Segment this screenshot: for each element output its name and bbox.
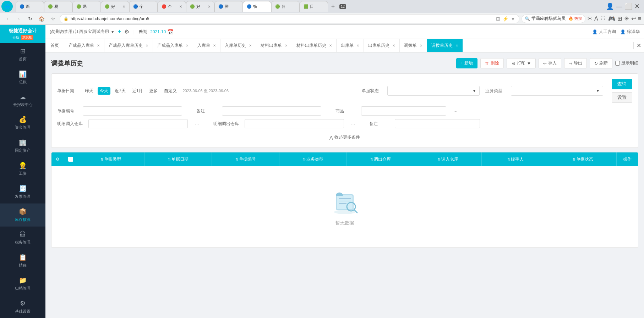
tab-material-out-history[interactable]: 材料出库单历史 ✕ bbox=[292, 39, 337, 52]
browser-tab-3[interactable]: 🟢易 bbox=[72, 1, 101, 12]
home-btn[interactable]: 🏠 bbox=[37, 14, 46, 23]
user-menu[interactable]: 👤 徐泽华 bbox=[620, 29, 640, 35]
new-tab-button[interactable]: + bbox=[328, 1, 338, 11]
tab-transfer-history[interactable]: 调拨单历史 ✕ bbox=[427, 39, 463, 52]
service-btn[interactable]: 👤 人工咨询 bbox=[592, 29, 616, 35]
to-warehouse-picker-btn[interactable]: ··· bbox=[351, 121, 355, 127]
browser-tab-1[interactable]: 🔵新 bbox=[16, 1, 44, 12]
sidebar-item-reports[interactable]: ☁ 云报表中心 bbox=[0, 89, 45, 111]
browser-tab-8[interactable]: 🔵腾 bbox=[214, 1, 243, 12]
browser-tab-2[interactable]: 🟢易 bbox=[44, 1, 72, 12]
qr-icon[interactable]: ⊞ bbox=[496, 16, 500, 22]
tab-product-in2[interactable]: 产成品入库单 ✕ bbox=[153, 39, 193, 52]
tab-close-material-out-history[interactable]: ✕ bbox=[329, 44, 332, 48]
sidebar-item-finance[interactable]: 💰 资金管理 bbox=[0, 111, 45, 134]
lightning-icon[interactable]: ⚡ bbox=[502, 16, 508, 22]
browser-tab-10[interactable]: 🟩目 bbox=[300, 1, 328, 12]
forward-btn[interactable]: › bbox=[14, 14, 23, 23]
tab-out[interactable]: 出库单 ✕ bbox=[337, 39, 364, 52]
browser-tab-4[interactable]: 🟢好 ✕ bbox=[101, 1, 129, 12]
goods-input[interactable] bbox=[361, 106, 446, 116]
status-select[interactable]: ▼ bbox=[387, 86, 480, 96]
sidebar-item-assets[interactable]: 🏢 固定资产 bbox=[0, 134, 45, 157]
new-btn[interactable]: + 新增 bbox=[456, 58, 477, 68]
shield-icon[interactable]: 🛡 bbox=[600, 16, 606, 22]
th-biz-type[interactable]: ⇅ 业务类型 bbox=[279, 152, 347, 166]
close-btn[interactable]: ✕ bbox=[634, 2, 640, 10]
minimize-btn[interactable]: — bbox=[616, 3, 622, 10]
translate-icon[interactable]: A bbox=[594, 16, 598, 22]
tab-close-out-history[interactable]: ✕ bbox=[392, 44, 395, 48]
sidebar-item-invoice[interactable]: 🧾 发票管理 bbox=[0, 180, 45, 203]
th-settings[interactable]: ⚙ bbox=[51, 152, 64, 166]
maximize-btn[interactable]: ⬜ bbox=[624, 2, 632, 10]
th-doc-date[interactable]: ⇅ 单据日期 bbox=[144, 152, 212, 166]
browser-tab-9[interactable]: 🟢各 bbox=[271, 1, 300, 12]
tab-product-in-history[interactable]: 产成品入库单历史 ✕ bbox=[104, 39, 153, 52]
note2-input[interactable] bbox=[395, 119, 480, 128]
theme-icon[interactable]: ☀ bbox=[624, 15, 629, 22]
display-toggle[interactable]: 显示明细 bbox=[615, 60, 638, 66]
tab-in[interactable]: 入库单 ✕ bbox=[193, 39, 220, 52]
refresh-browser-btn[interactable]: ↻ bbox=[26, 14, 35, 23]
th-from-warehouse[interactable]: ⇅ 调出仓库 bbox=[347, 152, 414, 166]
tab-close-product-in-history[interactable]: ✕ bbox=[146, 44, 148, 48]
collapse-btn[interactable]: ⋀ 收起更多条件 bbox=[57, 132, 632, 143]
th-status[interactable]: ⇅ 单据状态 bbox=[549, 152, 617, 166]
browser-tab-5[interactable]: 🔵个 bbox=[129, 1, 158, 12]
date-more[interactable]: 更多 bbox=[147, 87, 160, 95]
sidebar-item-close[interactable]: 📋 结账 bbox=[0, 249, 45, 272]
settings-gear-icon[interactable]: ⚙ bbox=[124, 28, 129, 35]
bookmark-btn[interactable]: ☆ bbox=[48, 14, 58, 23]
goods-picker-btn[interactable]: ··· bbox=[453, 108, 458, 114]
tab-transfer[interactable]: 调拨单 ✕ bbox=[400, 39, 427, 52]
date-7days[interactable]: 近7天 bbox=[113, 87, 128, 95]
sidebar-item-inventory[interactable]: 📦 库存核算 bbox=[0, 203, 45, 227]
sidebar-item-tax[interactable]: 🏛 税务管理 bbox=[0, 227, 45, 249]
dropdown-icon[interactable]: ▼ bbox=[511, 16, 515, 22]
tab-close-product-in[interactable]: ✕ bbox=[97, 44, 100, 48]
date-today[interactable]: 今天 bbox=[98, 87, 110, 95]
back-btn[interactable]: ‹ bbox=[3, 14, 12, 23]
browser-search-bar[interactable]: 🔍 学霸应聘场驱鸟员 🔥 热搜 bbox=[522, 15, 585, 23]
tab-close-product-in2[interactable]: ✕ bbox=[186, 44, 189, 48]
sidebar-item-archive[interactable]: 📁 归档管理 bbox=[0, 272, 45, 295]
profile-icon[interactable]: 👤 bbox=[606, 2, 614, 10]
print-btn[interactable]: 🖨 打印 ▼ bbox=[507, 58, 536, 68]
th-doc-num[interactable]: ⇅ 单据编号 bbox=[212, 152, 279, 166]
tab-close-all-btn[interactable]: ✕ bbox=[633, 42, 644, 49]
from-warehouse-input[interactable] bbox=[88, 119, 188, 128]
from-warehouse-picker-btn[interactable]: ··· bbox=[195, 121, 199, 127]
browser-tab-active[interactable]: 🔵畅 bbox=[243, 1, 271, 12]
th-to-warehouse[interactable]: ⇅ 调入仓库 bbox=[414, 152, 482, 166]
browser-tab-7[interactable]: 🟢好 ✕ bbox=[186, 1, 214, 12]
address-bar[interactable]: 🔒 https://cloud.chanjet.com/accounting/u… bbox=[60, 14, 519, 23]
undo-icon[interactable]: ↩ bbox=[631, 15, 636, 22]
grid-icon[interactable]: ⊞ bbox=[617, 15, 622, 22]
tab-out-history[interactable]: 出库单历史 ✕ bbox=[364, 39, 400, 52]
sidebar-item-settings[interactable]: ⚙ 基础设置 bbox=[0, 295, 45, 318]
tab-in-history[interactable]: 入库单历史 ✕ bbox=[220, 39, 256, 52]
to-warehouse-input[interactable] bbox=[245, 119, 344, 128]
query-btn[interactable]: 查询 bbox=[612, 79, 632, 89]
display-checkbox[interactable] bbox=[615, 61, 620, 66]
tab-close-transfer[interactable]: ✕ bbox=[420, 44, 422, 48]
date-yesterday[interactable]: 昨天 bbox=[83, 87, 95, 95]
menu-icon[interactable]: ≡ bbox=[638, 16, 641, 22]
tab-home[interactable]: 首页 bbox=[45, 43, 64, 49]
tab-material-out[interactable]: 材料出库单 ✕ bbox=[256, 39, 292, 52]
refresh-btn[interactable]: ↻ 刷新 bbox=[590, 58, 612, 68]
tab-product-in[interactable]: 产成品入库单 ✕ bbox=[64, 39, 104, 52]
tab-close-in[interactable]: ✕ bbox=[213, 44, 216, 48]
sidebar-item-ledger[interactable]: 📊 总账 bbox=[0, 66, 45, 89]
add-company-btn[interactable]: + bbox=[118, 28, 121, 35]
note-input[interactable] bbox=[222, 106, 321, 116]
select-all-checkbox[interactable] bbox=[68, 157, 73, 162]
sidebar-item-payroll[interactable]: 👷 工资 bbox=[0, 157, 45, 180]
game-icon[interactable]: 🎮 bbox=[608, 15, 615, 22]
th-doc-type[interactable]: ⇅ 单账类型 bbox=[77, 152, 144, 166]
import-btn[interactable]: ⇐ 导入 bbox=[539, 58, 561, 68]
export-btn[interactable]: ⇒ 导出 bbox=[564, 58, 587, 68]
tab-close-material-out[interactable]: ✕ bbox=[285, 44, 288, 48]
period-selector[interactable]: 账期 2021-10 📅 bbox=[139, 29, 173, 35]
